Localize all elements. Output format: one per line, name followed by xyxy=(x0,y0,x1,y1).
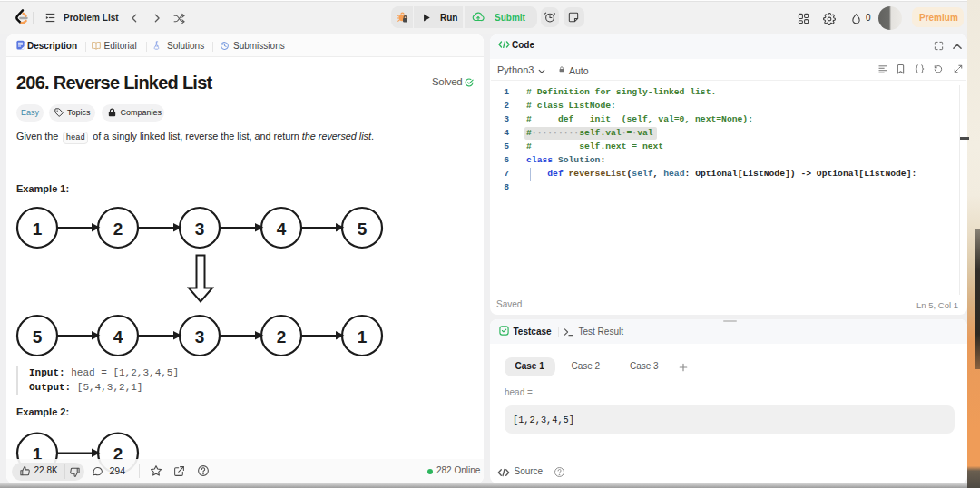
svg-text:5: 5 xyxy=(358,220,368,239)
svg-text:1: 1 xyxy=(358,327,368,346)
svg-text:2: 2 xyxy=(113,220,123,239)
svg-text:4: 4 xyxy=(277,220,287,239)
svg-text:1: 1 xyxy=(33,220,43,239)
svg-text:2: 2 xyxy=(277,327,287,346)
svg-text:3: 3 xyxy=(195,220,205,239)
svg-text:3: 3 xyxy=(195,327,205,346)
svg-text:4: 4 xyxy=(113,327,123,346)
svg-text:5: 5 xyxy=(33,327,43,346)
